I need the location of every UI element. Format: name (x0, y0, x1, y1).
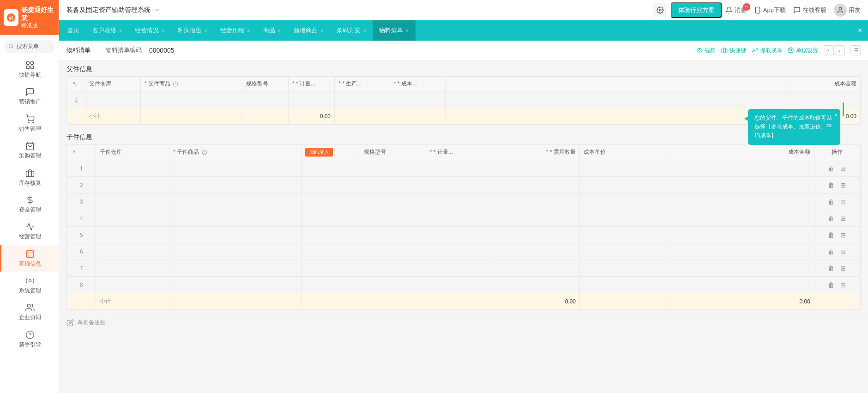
parent-unit-cell[interactable] (289, 91, 335, 108)
delete-row-icon[interactable]: 🗑 (826, 164, 836, 173)
breadcrumb-bom[interactable]: 物料清单 (66, 46, 90, 54)
tab-goods[interactable]: 商品 × (257, 20, 287, 41)
tooltip-close-button[interactable]: × (834, 111, 838, 120)
delete-row-icon[interactable]: 🗑 (826, 280, 836, 290)
parent-spec-cell[interactable] (242, 91, 289, 108)
row-number: 4 (67, 210, 96, 227)
tab-close-icon[interactable]: × (278, 28, 281, 33)
shortcut-action[interactable]: 快捷键 (721, 47, 746, 54)
delete-row-icon[interactable]: 🗑 (826, 264, 836, 273)
user-button[interactable]: 用友 (834, 4, 861, 17)
copy-row-icon[interactable]: ⊞ (838, 164, 848, 173)
single-settings-action[interactable]: 单据设置 (788, 47, 818, 54)
sidebar-item-sales[interactable]: 销售管理 (0, 110, 59, 137)
child-row-8: 8 🗑⊞ (67, 277, 861, 293)
tab-barcode[interactable]: 条码方案 × (330, 20, 373, 41)
child-product-1[interactable] (169, 160, 301, 177)
sidebar-item-purchase[interactable]: 采购管理 (0, 137, 59, 163)
code-value: 0000005 (149, 47, 175, 54)
extract-cost-action[interactable]: 提取成本 (752, 47, 782, 54)
tab-new-goods[interactable]: 新增商品 × (287, 20, 330, 41)
parent-col-spec: 规格型号 (242, 77, 289, 91)
child-actions-4: 🗑⊞ (814, 210, 860, 227)
sidebar-item-guide[interactable]: 新手引导 (0, 326, 59, 352)
tab-close-icon[interactable]: × (205, 28, 207, 33)
delete-row-icon[interactable]: 🗑 (826, 197, 836, 206)
tab-operation-history[interactable]: 经营历程 × (214, 20, 256, 41)
tab-close-icon[interactable]: × (162, 28, 164, 33)
copy-row-icon[interactable]: ⊞ (838, 230, 848, 240)
child-col-spec: 规格型号 (360, 145, 426, 160)
child-spec-1[interactable] (360, 160, 426, 177)
grid-view-button[interactable] (850, 45, 861, 55)
page-actions: 视频 快捷键 提取成本 单据设置 ‹ › (696, 45, 861, 55)
page-header: 物料清单 物料清单编码 0000005 视频 快捷键 提取成本 (59, 41, 868, 60)
sidebar-item-quick-nav[interactable]: 快捷导航 (0, 56, 59, 83)
copy-row-icon[interactable]: ⊞ (838, 247, 848, 256)
svg-point-20 (659, 9, 661, 11)
svg-point-2 (9, 44, 13, 48)
copy-row-icon[interactable]: ⊞ (838, 264, 848, 273)
tooltip-indicator (843, 103, 844, 116)
child-actions-8: 🗑⊞ (814, 277, 860, 293)
sidebar-item-operation[interactable]: 经营管理 (0, 218, 59, 244)
tab-close-icon[interactable]: × (363, 28, 366, 33)
tab-bom[interactable]: 物料清单 × (373, 20, 415, 41)
tab-close-icon[interactable]: × (119, 28, 122, 33)
svg-point-24 (699, 49, 700, 51)
child-section: 子件信息 子件仓库 * 子件商品 扫码录入 (59, 128, 868, 314)
online-service-button[interactable]: 在线客服 (793, 6, 826, 14)
svg-rect-4 (27, 61, 30, 64)
logo-text: 畅捷通好生意 标准版 (21, 6, 55, 30)
row-number: 6 (67, 243, 96, 260)
tab-close-icon[interactable]: × (406, 28, 409, 33)
tab-operation-status[interactable]: 经营情况 × (128, 20, 171, 41)
row-number: 2 (67, 177, 96, 193)
row-number: 3 (67, 193, 96, 210)
copy-row-icon[interactable]: ⊞ (838, 197, 848, 206)
sidebar-item-cooperation[interactable]: 企业协同 (0, 298, 59, 325)
message-button[interactable]: 消息 6 (725, 6, 747, 14)
next-arrow[interactable]: › (835, 45, 845, 55)
child-warehouse-1[interactable] (96, 160, 169, 177)
nav-arrows: ‹ › (824, 45, 845, 55)
app-download-button[interactable]: App下载 (754, 6, 786, 14)
parent-warehouse-cell[interactable] (85, 91, 141, 108)
sidebar-item-inventory[interactable]: 库存核算 (0, 164, 59, 191)
copy-row-icon[interactable]: ⊞ (838, 214, 848, 223)
child-actions-6: 🗑⊞ (814, 243, 860, 260)
prev-arrow[interactable]: ‹ (824, 45, 834, 55)
child-unit-1[interactable] (426, 160, 492, 177)
child-qty-1[interactable] (492, 160, 579, 177)
delete-row-icon[interactable]: 🗑 (826, 214, 836, 223)
gear-button[interactable] (653, 3, 667, 17)
view-action[interactable]: 视频 (696, 47, 716, 54)
copy-row-icon[interactable]: ⊞ (838, 280, 848, 290)
sidebar-item-basic-info[interactable]: 基础信息 (0, 245, 59, 272)
sidebar-logo[interactable]: 好 畅捷通好生意 标准版 (0, 0, 59, 35)
delete-row-icon[interactable]: 🗑 (826, 247, 836, 256)
delete-row-icon[interactable]: 🗑 (826, 230, 836, 240)
trial-button[interactable]: 体验行业方案 (671, 2, 722, 18)
sidebar-item-marketing[interactable]: 营销推广 (0, 83, 59, 109)
search-menu-button[interactable]: 搜索菜单 (4, 40, 55, 53)
copy-row-icon[interactable]: ⊞ (838, 181, 848, 190)
delete-row-icon[interactable]: 🗑 (826, 181, 836, 190)
close-all-tabs-button[interactable]: × (857, 26, 862, 35)
tab-profit[interactable]: 利润报告 × (171, 20, 214, 41)
svg-point-23 (839, 7, 841, 10)
parent-product-cell[interactable] (141, 91, 242, 108)
system-dropdown[interactable] (154, 7, 161, 13)
tab-home[interactable]: 首页 (61, 20, 86, 41)
sidebar-item-system[interactable]: 系统管理 (0, 272, 59, 298)
parent-production-cell[interactable] (335, 91, 390, 108)
parent-cost-cell[interactable] (390, 91, 446, 108)
sidebar-item-finance[interactable]: 资金管理 (0, 191, 59, 218)
tab-close-icon[interactable]: × (320, 28, 323, 33)
svg-rect-13 (27, 250, 34, 257)
child-price-1[interactable] (580, 160, 668, 177)
tab-customer[interactable]: 客户联络 × (86, 20, 128, 41)
tab-close-icon[interactable]: × (247, 28, 250, 33)
scan-input-button[interactable]: 扫码录入 (305, 148, 333, 157)
bottom-note-text[interactable]: 单据备注栏 (78, 319, 105, 326)
